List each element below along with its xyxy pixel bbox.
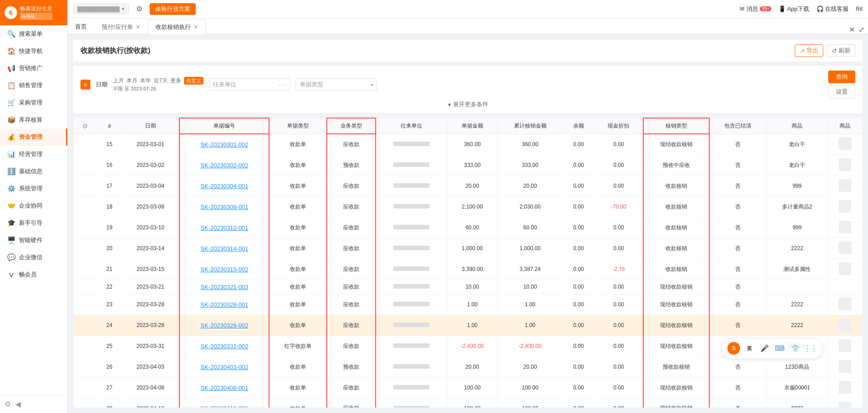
- cell-amount: 1.00: [447, 315, 497, 336]
- counterparty-input[interactable]: 往来单位 ···: [209, 78, 290, 91]
- filter-toggle-button[interactable]: »: [80, 80, 90, 90]
- sidebar-item-member[interactable]: V 畅会员: [0, 266, 67, 283]
- doc-link[interactable]: SK-20230321-003: [201, 284, 249, 290]
- doc-link[interactable]: SK-20230403-002: [201, 364, 249, 370]
- date-this-year[interactable]: 本年: [140, 77, 151, 85]
- date-custom[interactable]: 自定义: [184, 77, 203, 85]
- finance-icon: 💰: [7, 133, 15, 141]
- cell-doctype: 收款单: [269, 259, 326, 280]
- cell-canceltype: 现结收款核销: [643, 315, 709, 336]
- tabs-expand-icon[interactable]: ⤢: [859, 25, 864, 34]
- tab-close-collection[interactable]: ✕: [193, 24, 198, 30]
- setting-button[interactable]: 设置: [828, 85, 855, 99]
- cell-date: 2023-03-08: [122, 196, 180, 217]
- receipt-type-select[interactable]: 单据类型 ▾: [296, 78, 377, 91]
- solution-button[interactable]: 体验行业方案: [150, 3, 196, 15]
- doc-link[interactable]: SK-20230331-002: [201, 343, 249, 350]
- float-apps-icon[interactable]: ⋮⋮: [804, 342, 817, 355]
- doc-link[interactable]: SK-20230302-002: [201, 162, 249, 169]
- tabs-close-all-icon[interactable]: ✕: [849, 25, 855, 34]
- query-button[interactable]: 查询: [828, 71, 855, 83]
- online-service-button[interactable]: 🎧 在线客服: [816, 5, 849, 13]
- headset-icon: 🎧: [816, 5, 824, 12]
- cell-balance: 0.00: [563, 315, 594, 336]
- cell-canceltype: 现结收款核销: [643, 398, 709, 408]
- doc-link[interactable]: SK-20230301-002: [201, 141, 249, 148]
- cell-gear: [74, 398, 98, 408]
- float-eng-icon[interactable]: 英: [743, 342, 755, 355]
- sidebar-item-finance[interactable]: 💰 资金管理: [0, 128, 67, 146]
- date-last-month[interactable]: 上月: [113, 77, 124, 85]
- table-gear-icon[interactable]: ⚙: [82, 123, 88, 130]
- cell-doctype: 收款单: [269, 377, 326, 398]
- sidebar-item-marketing[interactable]: 📢 营销推广: [0, 60, 67, 77]
- cell-cumulative: 100.00: [497, 398, 562, 408]
- float-shirt-icon[interactable]: 👕: [789, 342, 802, 355]
- cell-balance: 0.00: [563, 398, 594, 408]
- doc-link[interactable]: SK-20230314-001: [201, 245, 249, 252]
- doc-link[interactable]: SK-20230328-002: [201, 322, 249, 329]
- doc-link[interactable]: SK-20230304-001: [201, 183, 249, 190]
- collapse-icon[interactable]: ◀: [15, 400, 21, 408]
- expand-more-button[interactable]: ▾ 展开更多条件: [80, 100, 855, 109]
- tab-prepayment[interactable]: 预付/应付单 ✕: [94, 19, 148, 34]
- sidebar-bottom: ⚙ ◀: [0, 395, 67, 413]
- message-button[interactable]: ✉ 消息 99+: [740, 5, 771, 13]
- table-scroll[interactable]: ⚙ # 日期 单据编号 单据类型 业务类型 往来单位 单据金额 累计核销金额 余…: [73, 118, 863, 408]
- settings-bottom-icon[interactable]: ⚙: [5, 400, 11, 408]
- tab-collection-verify[interactable]: 收款核销执行 ✕: [148, 19, 206, 34]
- sidebar-item-search[interactable]: 🔍 搜索菜单: [0, 25, 67, 43]
- sidebar-item-operations[interactable]: 📊 经营管理: [0, 146, 67, 163]
- col-doctype-header: 单据类型: [269, 118, 326, 134]
- account-select[interactable]: ████████████ ▾: [73, 4, 129, 14]
- cell-doctype: 收款单: [269, 176, 326, 196]
- tab-close-prepayment[interactable]: ✕: [136, 24, 140, 30]
- chevron-down-icon: ▾: [122, 5, 125, 12]
- cell-includesettled: 否: [709, 155, 767, 176]
- doc-link[interactable]: SK-20230308-001: [201, 204, 249, 210]
- sidebar-item-sales[interactable]: 📋 销售管理: [0, 77, 67, 94]
- sidebar-item-quicknav[interactable]: 🏠 快捷导航: [0, 43, 67, 60]
- cell-docno: SK-20230331-002: [179, 336, 269, 356]
- cell-goods: 老白干: [766, 155, 828, 176]
- sidebar-item-inventory[interactable]: 📦 库存核算: [0, 111, 67, 128]
- cell-goods2: [828, 398, 862, 408]
- doc-link[interactable]: SK-20230418-001: [201, 405, 249, 408]
- floating-toolbar: S 英 🎤 ⌨ 👕 ⋮⋮: [722, 338, 823, 359]
- cell-canceltype: 现结收款核销: [643, 377, 709, 398]
- search-menu-icon: 🔍: [7, 30, 15, 38]
- cell-canceltype: 现结收款核销: [643, 280, 709, 294]
- table-header-row: ⚙ # 日期 单据编号 单据类型 业务类型 往来单位 单据金额 累计核销金额 余…: [74, 118, 863, 134]
- doc-link[interactable]: SK-20230408-001: [201, 385, 249, 391]
- cell-biztype: 应收款: [327, 238, 376, 259]
- doc-link[interactable]: SK-20230315-002: [201, 266, 249, 273]
- float-s-icon[interactable]: S: [727, 342, 740, 355]
- user-menu[interactable]: Rit: [856, 6, 863, 12]
- col-docno-header: 单据编号: [179, 118, 269, 134]
- sidebar-item-guide[interactable]: 🎓 新手引导: [0, 214, 67, 232]
- sidebar-item-system[interactable]: ⚙️ 系统管理: [0, 180, 67, 197]
- cell-doctype: 红字收款单: [269, 336, 326, 356]
- tab-home[interactable]: 首页: [68, 19, 94, 34]
- col-seq-header: #: [97, 118, 121, 134]
- float-mic-icon[interactable]: 🎤: [758, 342, 771, 355]
- gear-icon[interactable]: ⚙: [134, 3, 144, 15]
- sidebar-item-wechat[interactable]: 💬 企业微信: [0, 249, 67, 266]
- app-download-button[interactable]: 📱 App下载: [778, 5, 809, 13]
- doc-link[interactable]: SK-20230328-001: [201, 301, 249, 308]
- export-button[interactable]: ↗ 导出: [795, 44, 823, 57]
- date-more[interactable]: 更多: [170, 77, 181, 85]
- date-last-7days[interactable]: 近7天: [154, 77, 168, 85]
- cell-gear: [74, 259, 98, 280]
- cell-biztype: 预收款: [327, 356, 376, 377]
- float-grid-icon[interactable]: ⌨: [774, 342, 786, 355]
- doc-link[interactable]: SK-20230310-001: [201, 224, 249, 231]
- sidebar-item-hardware[interactable]: 🖥️ 智能硬件: [0, 232, 67, 249]
- sidebar-item-enterprise[interactable]: 🤝 企业协同: [0, 197, 67, 214]
- sidebar-item-basic-info[interactable]: ℹ️ 基础信息: [0, 163, 67, 180]
- sidebar-item-purchase[interactable]: 🛒 采购管理: [0, 94, 67, 111]
- refresh-button[interactable]: ↺ 刷新: [827, 44, 855, 57]
- date-this-month[interactable]: 本月: [127, 77, 137, 85]
- cell-counterparty: [376, 155, 447, 176]
- export-icon: ↗: [800, 47, 805, 54]
